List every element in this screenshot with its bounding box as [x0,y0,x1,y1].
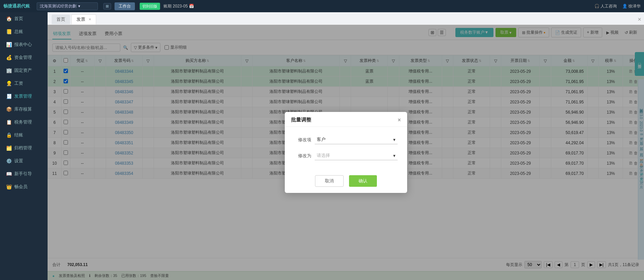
sidebar-label-invoice: 发票管理 [14,93,32,99]
modal-cancel-btn[interactable]: 取消 [315,175,344,187]
company-selector[interactable]: 沈海英测试经营勿删 ▾ [37,2,98,10]
chevron-down-icon: ▾ [393,153,396,158]
sidebar-item-inventory[interactable]: 📦 库存核算 [0,103,48,116]
sidebar-label-home: 首页 [14,16,23,22]
sidebar-label-guide: 新手引导 [14,171,32,177]
sidebar-item-home[interactable]: 🏠 首页 [0,12,48,25]
modal-confirm-btn[interactable]: 确认 [349,175,377,187]
sidebar-item-tax[interactable]: 📋 税务管理 [0,116,48,129]
funds-icon: 💰 [6,55,12,60]
sidebar-label-closing: 结账 [14,132,23,138]
sidebar-item-ledger[interactable]: 📒 总账 [0,25,48,38]
chevron-down-icon: ▾ [78,4,80,9]
modify-to-label: 修改为 [294,153,311,159]
modal-header: 批量调整 × [285,112,407,127]
sidebar-label-fixed-assets: 固定资产 [14,67,32,73]
sidebar-item-salary[interactable]: 👷 工资 [0,77,48,90]
period-date: 账期 2023-05 📅 [163,3,194,9]
sidebar-item-archive[interactable]: 🗂️ 归档管理 [0,142,48,154]
main-layout: 🏠 首页 📒 总账 📊 报表中心 💰 资金管理 🏢 固定资产 👷 工资 🧾 发票… [0,12,644,280]
tab-area-close-btn[interactable]: × [638,16,641,23]
inventory-icon: 📦 [6,106,12,112]
sidebar-label-archive: 归档管理 [14,145,32,151]
sidebar-label-salary: 工资 [14,80,23,86]
modal-footer: 取消 确认 [285,172,407,193]
avatar-icon: 👤 [622,4,627,9]
tab-invoice[interactable]: 发票 × [71,14,96,24]
sidebar-label-reports: 报表中心 [14,42,32,48]
salary-icon: 👷 [6,81,12,86]
company-name: 沈海英测试经营勿删 [40,3,76,9]
sidebar-item-member[interactable]: 👑 畅会员 [0,180,48,193]
sidebar-item-closing[interactable]: 🔒 结账 [0,129,48,142]
sidebar-item-fixed-assets[interactable]: 🏢 固定资产 [0,64,48,77]
closing-icon: 🔒 [6,132,12,138]
sidebar-label-ledger: 总账 [14,29,23,35]
headset-icon: 🎧 [594,4,599,9]
modify-field-value: 客户 [317,136,326,143]
top-actions: ⊞ [103,3,111,10]
modify-to-placeholder: 请选择 [317,152,330,159]
top-right-actions: 🎧 人工咨询 👤 徐泽华 [594,3,641,9]
settings-icon: ⚙️ [6,158,12,164]
sidebar-item-invoice[interactable]: 🧾 发票管理 [0,90,48,103]
modal-body: 修改项 客户 ▾ 修改为 请选择 ▾ [285,127,407,172]
workspace-btn[interactable]: 工作台 [115,2,135,10]
home-icon: 🏠 [6,16,12,21]
icon-btn[interactable]: ⊞ [103,3,111,10]
ledger-icon: 📒 [6,29,12,34]
sidebar-label-inventory: 库存核算 [14,106,32,112]
sidebar: 🏠 首页 📒 总账 📊 报表中心 💰 资金管理 🏢 固定资产 👷 工资 🧾 发票… [0,12,48,280]
period-mode-btn[interactable]: 切到旧版 [140,3,160,10]
guide-icon: 📖 [6,171,12,177]
modify-field-row: 修改项 客户 ▾ [294,135,398,144]
sidebar-item-guide[interactable]: 📖 新手引导 [0,167,48,180]
archive-icon: 🗂️ [6,145,12,151]
modify-field-label: 修改项 [294,137,311,143]
modify-field-select[interactable]: 客户 ▾ [315,135,398,144]
modify-to-row: 修改为 请选择 ▾ [294,151,398,160]
content-area: 首页 发票 × × 销项发票 进项发票 费用小票 [48,12,644,280]
tax-icon: 📋 [6,119,12,125]
member-icon: 👑 [6,184,12,190]
sidebar-item-settings[interactable]: ⚙️ 设置 [0,154,48,167]
tabs-bar: 首页 发票 × × [48,12,644,25]
ai-consult-btn[interactable]: 🎧 人工咨询 [594,3,617,9]
sidebar-label-tax: 税务管理 [14,119,32,125]
calendar-icon[interactable]: 📅 [189,4,194,9]
modal-title: 批量调整 [291,117,311,123]
invoice-icon: 🧾 [6,94,12,99]
user-avatar[interactable]: 👤 徐泽华 [622,3,641,9]
tab-close-icon[interactable]: × [89,17,91,22]
modal-overlay: 批量调整 × 修改项 客户 ▾ 修改为 [48,25,644,280]
sidebar-item-funds[interactable]: 💰 资金管理 [0,51,48,64]
modify-to-select[interactable]: 请选择 ▾ [315,151,398,160]
sidebar-item-reports[interactable]: 📊 报表中心 [0,38,48,51]
sidebar-label-member: 畅会员 [14,184,28,190]
tab-home[interactable]: 首页 [52,15,70,24]
batch-adjust-modal: 批量调整 × 修改项 客户 ▾ 修改为 [285,112,407,193]
reports-icon: 📊 [6,42,12,47]
sidebar-label-settings: 设置 [14,158,23,164]
sidebar-label-funds: 资金管理 [14,54,32,61]
fixed-assets-icon: 🏢 [6,68,12,73]
app-logo: 畅捷通易代账 [3,3,30,9]
invoice-area: 销项发票 进项发票 费用小票 ⊞ ☰ 税务数字账户▼ [48,25,644,280]
chevron-down-icon: ▾ [393,137,396,142]
modal-close-btn[interactable]: × [398,117,401,123]
top-bar: 畅捷通易代账 沈海英测试经营勿删 ▾ ⊞ 工作台 切到旧版 账期 2023-05… [0,0,644,12]
